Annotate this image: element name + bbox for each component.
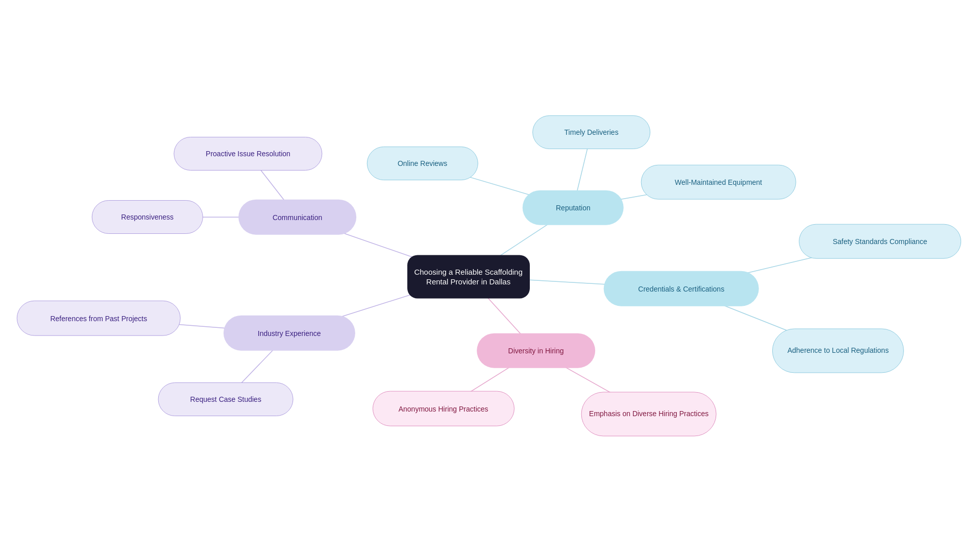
node-proactive[interactable]: Proactive Issue Resolution (174, 137, 322, 171)
node-safety-standards[interactable]: Safety Standards Compliance (799, 224, 961, 259)
center-node-label: Choosing a Reliable Scaffolding Rental P… (407, 267, 530, 286)
node-emphasis[interactable]: Emphasis on Diverse Hiring Practices (581, 392, 717, 436)
node-references[interactable]: References from Past Projects (17, 301, 180, 336)
node-adherence[interactable]: Adherence to Local Regulations (772, 328, 904, 373)
node-case-studies[interactable]: Request Case Studies (158, 382, 293, 416)
node-safety-standards-label: Safety Standards Compliance (830, 237, 929, 246)
center-node[interactable]: Choosing a Reliable Scaffolding Rental P… (407, 255, 530, 298)
node-references-label: References from Past Projects (48, 314, 149, 323)
node-credentials[interactable]: Credentials & Certifications (603, 271, 759, 306)
node-timely-deliveries-label: Timely Deliveries (562, 128, 621, 137)
node-adherence-label: Adherence to Local Regulations (786, 346, 891, 355)
node-anonymous-label: Anonymous Hiring Practices (397, 404, 491, 413)
node-industry-experience[interactable]: Industry Experience (224, 316, 355, 351)
node-diversity-label: Diversity in Hiring (506, 346, 566, 355)
node-online-reviews-label: Online Reviews (396, 159, 449, 168)
node-case-studies-label: Request Case Studies (188, 395, 263, 404)
node-timely-deliveries[interactable]: Timely Deliveries (532, 115, 651, 149)
node-proactive-label: Proactive Issue Resolution (204, 149, 292, 158)
node-industry-experience-label: Industry Experience (256, 328, 323, 338)
node-communication-label: Communication (271, 212, 324, 222)
node-online-reviews[interactable]: Online Reviews (366, 147, 478, 180)
node-emphasis-label: Emphasis on Diverse Hiring Practices (587, 410, 710, 419)
node-reputation-label: Reputation (554, 203, 593, 212)
node-credentials-label: Credentials & Certifications (636, 284, 726, 293)
mind-map: Choosing a Reliable Scaffolding Rental P… (0, 0, 980, 553)
node-anonymous[interactable]: Anonymous Hiring Practices (373, 391, 514, 426)
node-reputation[interactable]: Reputation (523, 190, 624, 225)
node-diversity[interactable]: Diversity in Hiring (477, 333, 595, 368)
node-well-maintained-label: Well-Maintained Equipment (673, 177, 764, 186)
node-responsiveness[interactable]: Responsiveness (91, 200, 203, 234)
node-responsiveness-label: Responsiveness (119, 212, 176, 222)
node-well-maintained[interactable]: Well-Maintained Equipment (641, 164, 796, 200)
node-communication[interactable]: Communication (238, 200, 357, 235)
